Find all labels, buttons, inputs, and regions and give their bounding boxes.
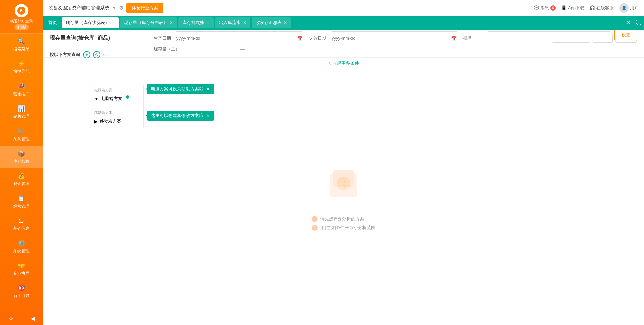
- sidebar-item-operation[interactable]: 📋 经营管理: [0, 191, 43, 213]
- sidebar-item-finance[interactable]: 💰 资金管理: [0, 168, 43, 191]
- scheme-divider: [90, 106, 143, 106]
- settings-bottom-btn[interactable]: ⚙: [9, 315, 13, 322]
- sidebar-item-label: 资金管理: [13, 181, 30, 187]
- sidebar-item-guide[interactable]: 🎯 新手引导: [0, 280, 43, 303]
- notice-item[interactable]: 💬 消息 6: [534, 5, 556, 11]
- tip-text-1: 请先选择要分析的方案: [320, 216, 364, 222]
- sidebar-item-label: 库存核算: [13, 159, 30, 164]
- sidebar-item-system[interactable]: ⚙️ 系统管理: [0, 235, 43, 258]
- origin-label: 产地: [309, 30, 329, 31]
- size-dropdown-icon: ▼: [299, 30, 302, 30]
- header-left: 装备及固定资产辅助管理系统 ▼ ⚙ 体验行业方案: [48, 3, 163, 13]
- tab-close-icon[interactable]: ✕: [111, 20, 115, 25]
- logo-badge: 标准版: [14, 24, 29, 30]
- sidebar-item-search[interactable]: 🔍 搜索菜单: [0, 34, 43, 56]
- sidebar-item-label: 营销推广: [13, 91, 30, 97]
- tab-close-all-icon[interactable]: ✕: [625, 18, 632, 28]
- filter-row-stock-status: 现存量状态 ▼: [463, 30, 611, 32]
- scheme-mobile-item[interactable]: ▶ 移动端方案: [90, 116, 143, 127]
- collapse-up-icon: ∧: [328, 61, 331, 66]
- app-label: App下载: [568, 5, 584, 11]
- sidebar-item-label: 基础信息: [13, 226, 30, 231]
- produce-date-calendar-icon[interactable]: 📅: [297, 36, 302, 41]
- empty-tip-2: 2 用[过滤]条件来缩小分析范围: [312, 225, 375, 231]
- tooltip2-close-btn[interactable]: ✕: [206, 113, 210, 118]
- main-area: 装备及固定资产辅助管理系统 ▼ ⚙ 体验行业方案 💬 消息 6 📱 App下载 …: [43, 0, 644, 325]
- notice-icon: 💬: [534, 5, 539, 10]
- expire-date-field: 📅: [332, 34, 457, 42]
- page-title: 现存量查询(按仓库+商品): [50, 35, 110, 42]
- origin-dropdown-icon: ▼: [453, 30, 457, 30]
- industry-btn[interactable]: 体验行业方案: [126, 3, 163, 13]
- filter-label: 按以下方案查询: [50, 52, 80, 58]
- empty-tips: 1 请先选择要分析的方案 2 用[过滤]条件来缩小分析范围: [312, 216, 375, 231]
- tab-inout-flow[interactable]: 出入库流水 ✕: [215, 17, 250, 28]
- sidebar-item-enterprise[interactable]: 🤝 企业协同: [0, 258, 43, 280]
- system-dropdown-icon[interactable]: ▼: [112, 5, 116, 10]
- scheme-mobile-label: 移动端方案: [100, 118, 121, 124]
- origin-select[interactable]: ▼: [332, 30, 457, 32]
- sidebar-item-marketing[interactable]: 📣 营销推广: [0, 78, 43, 101]
- user-item[interactable]: 👤 用户: [619, 3, 639, 13]
- stock-status-select[interactable]: ▼: [488, 30, 611, 32]
- sidebar-item-sales[interactable]: 📊 销售管理: [0, 101, 43, 123]
- scheme-list: 电脑端方案 ▼ 电脑端方案 移动端方案 ▶ 移动端方案: [90, 84, 144, 128]
- sidebar-item-label: 企业协同: [13, 271, 30, 276]
- guide-icon: 🎯: [18, 284, 25, 292]
- sidebar-item-label: 新手引导: [13, 293, 30, 299]
- purchase-icon: 🛒: [18, 127, 25, 135]
- tip-num-2: 2: [312, 225, 318, 231]
- sidebar-item-label: 搜索菜单: [13, 46, 30, 52]
- tab-close-icon[interactable]: ✕: [284, 20, 287, 25]
- size-select[interactable]: ▼: [176, 30, 302, 32]
- expire-date-calendar-icon[interactable]: 📅: [451, 36, 457, 41]
- tab-close-icon[interactable]: ✕: [206, 20, 210, 25]
- tab-home[interactable]: 首页: [44, 20, 61, 26]
- headset-icon: 🎧: [590, 5, 595, 10]
- scheme-pc-item[interactable]: ▼ 电脑端方案: [90, 93, 143, 104]
- basic-icon: 🗂: [18, 217, 24, 224]
- support-item[interactable]: 🎧 在线客服: [590, 5, 614, 11]
- filter-action-col: 查询 设置: [614, 30, 637, 53]
- top-header: 装备及固定资产辅助管理系统 ▼ ⚙ 体验行业方案 💬 消息 6 📱 App下载 …: [43, 0, 644, 16]
- phone-icon: 📱: [561, 5, 567, 10]
- system-name: 装备及固定资产辅助管理系统: [48, 5, 109, 11]
- avatar: 👤: [619, 3, 629, 13]
- sidebar: 6 畅通好好生意 标准版 🔍 搜索菜单 ⚡ 快捷导航 📣 营销推广 📊 销售管理…: [0, 0, 43, 325]
- stock-qty-max-input[interactable]: [246, 45, 302, 53]
- quicknav-icon: ⚡: [18, 60, 25, 67]
- tab-close-icon[interactable]: ✕: [170, 20, 173, 25]
- tab-receive-summary[interactable]: 收发存汇总表 ✕: [252, 17, 291, 28]
- stock-qty-min-input[interactable]: [182, 45, 239, 53]
- sidebar-item-quicknav[interactable]: ⚡ 快捷导航: [0, 56, 43, 78]
- tip-num-1: 1: [312, 216, 318, 222]
- header-settings-icon[interactable]: ⚙: [119, 5, 124, 11]
- system-icon: ⚙️: [18, 239, 25, 247]
- filter-row-batch-no: 批号: [463, 34, 611, 42]
- app-download-item[interactable]: 📱 App下载: [561, 5, 584, 11]
- tab-inventory-dist[interactable]: 现存量（库存分布表） ✕: [120, 17, 177, 28]
- produce-date-input[interactable]: [176, 34, 296, 42]
- collapse-bar[interactable]: ∧ 收起更多条件: [43, 57, 644, 69]
- expand-right-icon: ▶: [94, 119, 98, 124]
- tab-label: 现存量（库存分布表）: [124, 20, 168, 26]
- tab-expand-icon[interactable]: ⛶: [635, 18, 643, 28]
- sidebar-item-purchase[interactable]: 🛒 采购管理: [0, 123, 43, 146]
- sidebar-item-basic[interactable]: 🗂 基础信息: [0, 213, 43, 235]
- expire-date-label: 失效日期: [309, 35, 329, 41]
- set-btn[interactable]: 设置: [614, 30, 637, 41]
- tab-label: 收发存汇总表: [256, 20, 282, 26]
- tab-inventory-status[interactable]: 现存量（库存状况表） ✕: [62, 17, 119, 28]
- tab-batch-ledger[interactable]: 库存批次账 ✕: [178, 17, 214, 28]
- sidebar-item-inventory[interactable]: 📦 库存核算: [0, 146, 43, 168]
- filter-back-btn[interactable]: «: [103, 52, 106, 58]
- tab-close-icon[interactable]: ✕: [243, 20, 246, 25]
- batch-no-input[interactable]: [486, 34, 611, 42]
- filter-main-grid: 仓库 ··· 商品 ··· 颜色 ▼: [154, 30, 610, 53]
- collapse-sidebar-btn[interactable]: ◀: [31, 315, 35, 322]
- tooltip1-close-btn[interactable]: ✕: [206, 86, 210, 92]
- filter-edit-btn[interactable]: ⊘: [93, 51, 100, 58]
- notice-badge: 6: [550, 5, 556, 11]
- filter-add-btn[interactable]: +: [83, 51, 90, 58]
- expire-date-input[interactable]: [332, 34, 450, 42]
